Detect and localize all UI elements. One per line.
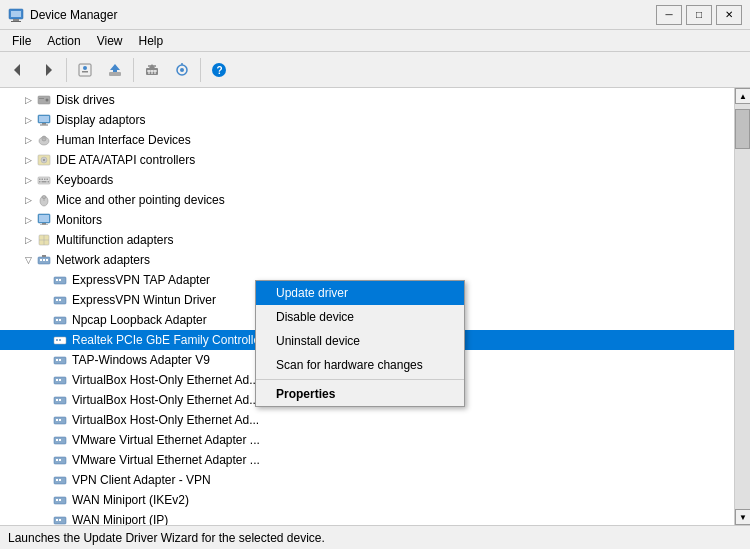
tree-item-network-adapters[interactable]: ▽ Network adapters bbox=[0, 250, 734, 270]
npcap-label: Npcap Loopback Adapter bbox=[72, 313, 207, 327]
svg-rect-37 bbox=[39, 179, 41, 181]
menu-file[interactable]: File bbox=[4, 32, 39, 50]
hid-label: Human Interface Devices bbox=[56, 133, 191, 147]
ctx-uninstall-device[interactable]: Uninstall device bbox=[256, 329, 464, 353]
forward-button[interactable] bbox=[34, 56, 62, 84]
back-button[interactable] bbox=[4, 56, 32, 84]
svg-rect-70 bbox=[56, 339, 58, 341]
svg-rect-67 bbox=[56, 319, 58, 321]
toolbar: ? bbox=[0, 52, 750, 88]
tree-item-wan-ip[interactable]: ▷ WAN Miniport (IP) bbox=[0, 510, 734, 525]
mice-label: Mice and other pointing devices bbox=[56, 193, 225, 207]
window-controls: ─ □ ✕ bbox=[656, 5, 742, 25]
svg-rect-64 bbox=[56, 299, 58, 301]
vmware1-label: VMware Virtual Ethernet Adapter ... bbox=[72, 433, 260, 447]
svg-rect-76 bbox=[56, 379, 58, 381]
minimize-button[interactable]: ─ bbox=[656, 5, 682, 25]
expand-icon-open: ▽ bbox=[20, 252, 36, 268]
ide-icon bbox=[36, 152, 52, 168]
expressvpn-wintun-label: ExpressVPN Wintun Driver bbox=[72, 293, 216, 307]
svg-rect-39 bbox=[44, 179, 46, 181]
vbox2-label: VirtualBox Host-Only Ethernet Ad... bbox=[72, 393, 259, 407]
svg-rect-9 bbox=[109, 72, 121, 76]
svg-rect-97 bbox=[56, 519, 58, 521]
tree-item-ide[interactable]: ▷ IDE ATA/ATAPI controllers bbox=[0, 150, 734, 170]
tree-item-vmware2[interactable]: ▷ VMware Virtual Ethernet Adapter ... bbox=[0, 450, 734, 470]
scroll-down-arrow[interactable]: ▼ bbox=[735, 509, 750, 525]
tree-item-wan-ikev2[interactable]: ▷ WAN Miniport (IKEv2) bbox=[0, 490, 734, 510]
ctx-scan-hardware[interactable]: Scan for hardware changes bbox=[256, 353, 464, 377]
status-bar: Launches the Update Driver Wizard for th… bbox=[0, 525, 750, 549]
keyboards-label: Keyboards bbox=[56, 173, 113, 187]
svg-rect-8 bbox=[82, 71, 88, 73]
ctx-disable-device[interactable]: Disable device bbox=[256, 305, 464, 329]
tree-item-multifunction[interactable]: ▷ Multifunction adapters bbox=[0, 230, 734, 250]
window-title: Device Manager bbox=[30, 8, 117, 22]
scroll-thumb[interactable] bbox=[735, 109, 750, 149]
adapter-icon bbox=[52, 452, 68, 468]
tree-item-vbox3[interactable]: ▷ VirtualBox Host-Only Ethernet Ad... bbox=[0, 410, 734, 430]
ctx-separator bbox=[256, 379, 464, 380]
network-adapters-icon bbox=[36, 252, 52, 268]
vertical-scrollbar[interactable]: ▲ ▼ bbox=[734, 88, 750, 525]
adapter-icon bbox=[52, 372, 68, 388]
svg-rect-98 bbox=[59, 519, 61, 521]
ctx-properties[interactable]: Properties bbox=[256, 382, 464, 406]
scan-button[interactable] bbox=[168, 56, 196, 84]
svg-rect-77 bbox=[59, 379, 61, 381]
tree-item-vpn-client[interactable]: ▷ VPN Client Adapter - VPN bbox=[0, 470, 734, 490]
menu-action[interactable]: Action bbox=[39, 32, 88, 50]
monitors-label: Monitors bbox=[56, 213, 102, 227]
maximize-button[interactable]: □ bbox=[686, 5, 712, 25]
tree-item-keyboards[interactable]: ▷ Keyboards bbox=[0, 170, 734, 190]
svg-point-7 bbox=[83, 66, 87, 70]
adapter-icon bbox=[52, 412, 68, 428]
menu-view[interactable]: View bbox=[89, 32, 131, 50]
uninstall-button[interactable] bbox=[138, 56, 166, 84]
display-adaptors-label: Display adaptors bbox=[56, 113, 145, 127]
svg-point-46 bbox=[42, 196, 46, 199]
adapter-icon bbox=[52, 352, 68, 368]
svg-rect-83 bbox=[59, 419, 61, 421]
close-button[interactable]: ✕ bbox=[716, 5, 742, 25]
svg-rect-50 bbox=[40, 225, 48, 226]
svg-rect-27 bbox=[39, 116, 49, 122]
svg-rect-56 bbox=[43, 259, 45, 261]
adapter-icon bbox=[52, 492, 68, 508]
svg-rect-80 bbox=[59, 399, 61, 401]
tree-item-disk-drives[interactable]: ▷ Disk drives bbox=[0, 90, 734, 110]
svg-rect-74 bbox=[59, 359, 61, 361]
ctx-update-driver[interactable]: Update driver bbox=[256, 281, 464, 305]
tap-windows-label: TAP-Windows Adapter V9 bbox=[72, 353, 210, 367]
wan-ikev2-label: WAN Miniport (IKEv2) bbox=[72, 493, 189, 507]
svg-rect-36 bbox=[38, 177, 50, 184]
menu-bar: File Action View Help bbox=[0, 30, 750, 52]
svg-rect-86 bbox=[59, 439, 61, 441]
tree-item-display-adaptors[interactable]: ▷ Display adaptors bbox=[0, 110, 734, 130]
tree-item-monitors[interactable]: ▷ Monitors bbox=[0, 210, 734, 230]
svg-rect-2 bbox=[13, 19, 19, 21]
keyboards-icon bbox=[36, 172, 52, 188]
toolbar-separator-1 bbox=[66, 58, 67, 82]
svg-rect-40 bbox=[47, 179, 49, 181]
expand-icon: ▷ bbox=[20, 92, 36, 108]
svg-marker-5 bbox=[46, 64, 52, 76]
svg-rect-29 bbox=[40, 125, 48, 126]
scroll-up-arrow[interactable]: ▲ bbox=[735, 88, 750, 104]
svg-marker-10 bbox=[110, 64, 120, 72]
help-button[interactable]: ? bbox=[205, 56, 233, 84]
tree-item-vmware1[interactable]: ▷ VMware Virtual Ethernet Adapter ... bbox=[0, 430, 734, 450]
hid-icon bbox=[36, 132, 52, 148]
properties-button[interactable] bbox=[71, 56, 99, 84]
tree-item-hid[interactable]: ▷ Human Interface Devices bbox=[0, 130, 734, 150]
mice-icon bbox=[36, 192, 52, 208]
menu-help[interactable]: Help bbox=[131, 32, 172, 50]
tree-item-mice[interactable]: ▷ Mice and other pointing devices bbox=[0, 190, 734, 210]
svg-rect-62 bbox=[59, 279, 61, 281]
update-driver-button[interactable] bbox=[101, 56, 129, 84]
toolbar-separator-3 bbox=[200, 58, 201, 82]
title-bar: Device Manager ─ □ ✕ bbox=[0, 0, 750, 30]
scroll-track[interactable] bbox=[735, 104, 750, 509]
multifunction-label: Multifunction adapters bbox=[56, 233, 173, 247]
svg-point-24 bbox=[46, 99, 49, 102]
